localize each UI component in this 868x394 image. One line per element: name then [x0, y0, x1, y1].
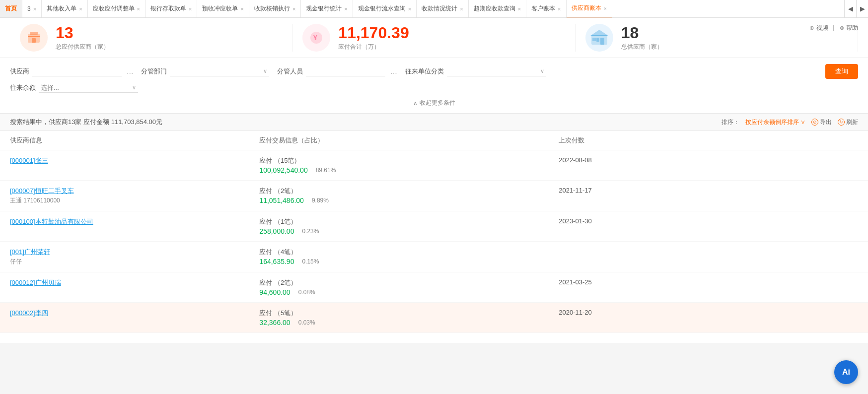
category-arrow-icon[interactable]: ∨ [538, 68, 546, 74]
dept-arrow-icon[interactable]: ∨ [261, 68, 269, 74]
nav-vendor-ledger-close[interactable]: × [604, 5, 607, 11]
trans-amount-2[interactable]: 258,000.00 [259, 227, 294, 235]
summary-bar: 13 总应付供应商（家） ¥ 11,170.39 应付合计（万） [0, 18, 868, 58]
lastpay-date: 2023-01-30 [559, 217, 592, 225]
nav-overdue-ar-close[interactable]: × [518, 6, 521, 12]
nav-cash-bank-stat-close[interactable]: × [344, 6, 347, 12]
supplier-sub: 王通 17106110000 [10, 197, 259, 205]
nav-receipt-exec-label: 收款核销执行 [254, 4, 290, 13]
trans-row-0: 100,092,540.00 89.61% [259, 166, 559, 174]
svg-rect-9 [600, 38, 604, 45]
transaction-cell-3: 应付 （4笔） 164,635.90 0.15% [259, 248, 559, 265]
dept-input[interactable] [170, 66, 261, 76]
nav-receipt-exec-close[interactable]: × [292, 6, 295, 12]
supplier-link-1[interactable]: [000007]恒旺二手叉车 [10, 187, 74, 195]
sort-value[interactable]: 按应付余额倒序排序 ∨ [745, 118, 805, 127]
summary-text-total-vendors: 18 总供应商（家） [621, 25, 663, 51]
nav-advance-ar[interactable]: 预收冲应收单 × [197, 0, 249, 18]
supplier-label: 供应商 [10, 67, 29, 76]
filter-row-1: 供应商 ... 分管部门 ∨ 分管人员 ... 往来单位分类 ∨ [10, 64, 858, 79]
nav-prev-button[interactable]: ◀ [844, 0, 856, 18]
table-body: [000001]张三 应付 （15笔） 100,092,540.00 89.61… [0, 150, 868, 333]
nav-other-income[interactable]: 其他收入单 × [42, 0, 87, 18]
nav-tab-3[interactable]: 3 × [22, 0, 42, 18]
filter-bar: 供应商 ... 分管部门 ∨ 分管人员 ... 往来单位分类 ∨ [0, 58, 868, 114]
nav-tab-3-close[interactable]: × [33, 6, 36, 12]
nav-vendor-ledger[interactable]: 供应商账本 × [567, 0, 612, 18]
nav-ar-ap-adjust-close[interactable]: × [137, 6, 140, 12]
trans-row-4: 94,600.00 0.08% [259, 288, 559, 296]
total-vendors-number: 18 [621, 25, 663, 41]
trans-amount-4[interactable]: 94,600.00 [259, 288, 290, 296]
trans-pct-2: 0.23% [302, 228, 319, 235]
person-dots[interactable]: ... [390, 67, 397, 76]
category-input[interactable] [447, 66, 538, 76]
trans-amount-3[interactable]: 164,635.90 [259, 258, 294, 265]
supplier-input[interactable] [32, 66, 122, 76]
nav-ar-ap-adjust[interactable]: 应收应付调整单 × [88, 0, 145, 18]
trans-pct-1: 9.89% [312, 197, 329, 204]
nav-customer-ledger-close[interactable]: × [558, 6, 561, 12]
nav-bank-deposit[interactable]: 银行存取款单 × [145, 0, 197, 18]
lastpay-date: 2020-11-20 [559, 309, 592, 316]
nav-receipt-stat[interactable]: 收款情况统计 × [417, 0, 468, 18]
lastpay-date: 2021-03-25 [559, 278, 592, 286]
top-navigation: 首页 3 × 其他收入单 × 应收应付调整单 × 银行存取款单 × 预收冲应收单… [0, 0, 868, 18]
transaction-cell-1: 应付 （2笔） 11,051,486.00 9.89% [259, 187, 559, 204]
svg-text:¥: ¥ [313, 34, 317, 42]
nav-home[interactable]: 首页 [0, 0, 22, 18]
export-button[interactable]: ⊙ 导出 [811, 118, 832, 127]
nav-cash-bank-stat-label: 现金银行统计 [306, 4, 342, 13]
transaction-cell-2: 应付 （1笔） 258,000.00 0.23% [259, 217, 559, 235]
balance-input[interactable] [39, 83, 130, 92]
lastpay-cell-0: 2022-08-08 [559, 156, 758, 164]
balance-arrow-icon[interactable]: ∨ [130, 84, 138, 91]
query-button[interactable]: 查询 [825, 64, 858, 79]
nav-bank-deposit-label: 银行存取款单 [150, 4, 186, 13]
lastpay-date: 2021-11-17 [559, 187, 592, 194]
svg-rect-10 [592, 38, 596, 41]
sort-value-text: 按应付余额倒序排序 [745, 119, 799, 126]
table-header: 供应商信息 应付交易信息（占比） 上次付数 [0, 131, 868, 150]
trans-amount-1[interactable]: 11,051,486.00 [259, 197, 304, 204]
collapse-label: 收起更多条件 [420, 99, 455, 107]
help-link[interactable]: ⊙ 帮助 [840, 24, 858, 32]
nav-receipt-stat-close[interactable]: × [460, 6, 463, 12]
nav-cash-bank-stat[interactable]: 现金银行统计 × [301, 0, 353, 18]
supplier-dots[interactable]: ... [127, 67, 133, 76]
nav-bank-deposit-close[interactable]: × [189, 6, 192, 12]
collapse-button[interactable]: ∧ 收起更多条件 [10, 97, 858, 109]
nav-arrows: ◀ ▶ [844, 0, 868, 18]
nav-cash-bank-flow-close[interactable]: × [408, 6, 411, 12]
results-bar: 搜索结果中，供应商13家 应付金额 111,703,854.00元 排序： 按应… [0, 114, 868, 131]
filter-row-2: 往来余额 ∨ [10, 83, 858, 93]
vendors-payable-number: 13 [56, 25, 109, 41]
nav-overdue-ar[interactable]: 超期应收款查询 × [469, 0, 526, 18]
person-input[interactable] [306, 66, 385, 76]
supplier-link-5[interactable]: [000002]李四 [10, 309, 48, 317]
video-link[interactable]: ⊙ 视频 [809, 24, 828, 32]
supplier-link-3[interactable]: [001]广州荣轩 [10, 248, 50, 256]
refresh-button[interactable]: ↻ 刷新 [838, 118, 858, 127]
trans-amount-0[interactable]: 100,092,540.00 [259, 166, 307, 174]
lastpay-cell-4: 2021-03-25 [559, 278, 758, 286]
supplier-link-4[interactable]: [000012]广州贝瑞 [10, 279, 61, 286]
trans-amount-5[interactable]: 32,366.00 [259, 319, 290, 327]
nav-customer-ledger[interactable]: 客户账本 × [526, 0, 566, 18]
nav-cash-bank-flow[interactable]: 现金银行流水查询 × [353, 0, 417, 18]
nav-advance-ar-close[interactable]: × [240, 6, 243, 12]
supplier-info-4: [000012]广州贝瑞 [10, 278, 259, 287]
nav-vendor-ledger-label: 供应商账本 [572, 4, 601, 12]
header-transaction: 应付交易信息（占比） [259, 136, 559, 145]
summary-icon-payable: ¥ [302, 24, 330, 52]
supplier-link-2[interactable]: [000100]本特勤油品有限公司 [10, 218, 93, 225]
nav-ar-ap-adjust-label: 应收应付调整单 [93, 4, 135, 13]
nav-next-button[interactable]: ▶ [856, 0, 868, 18]
trans-row-2: 258,000.00 0.23% [259, 227, 559, 235]
nav-receipt-exec[interactable]: 收款核销执行 × [249, 0, 301, 18]
total-vendors-label: 总供应商（家） [621, 43, 663, 51]
supplier-link-0[interactable]: [000001]张三 [10, 157, 48, 164]
transaction-cell-5: 应付 （5笔） 32,366.00 0.03% [259, 309, 559, 327]
nav-other-income-close[interactable]: × [79, 6, 82, 12]
filter-supplier: 供应商 ... [10, 66, 133, 76]
